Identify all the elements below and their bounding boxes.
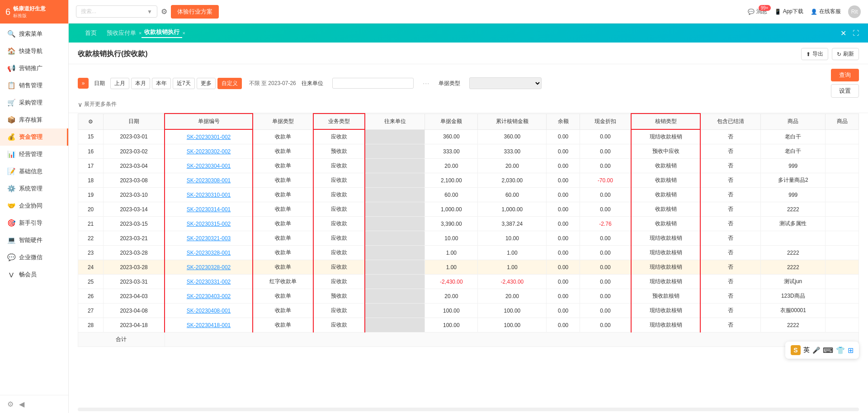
bill-no-link[interactable]: SK-20230315-002	[187, 221, 231, 227]
settings-bottom-icon[interactable]: ⚙	[7, 400, 14, 408]
tab-prepay[interactable]: 预收应付单	[104, 29, 139, 37]
th-date[interactable]: 日期	[104, 114, 165, 129]
bill-no-link[interactable]: SK-20230308-001	[187, 177, 231, 184]
cell-amount: 20.00	[425, 159, 478, 173]
sidebar-item-inventory[interactable]: 📦 库存核算	[0, 111, 68, 128]
expand-more-row[interactable]: ∨ 展开更多条件	[78, 100, 859, 108]
close-window-icon[interactable]: ✕	[840, 29, 846, 38]
th-goods2[interactable]: 商品	[826, 114, 859, 129]
app-download-btn[interactable]: 📱 App下载	[774, 8, 803, 15]
th-bill-type[interactable]: 单据类型	[253, 114, 313, 129]
sidebar-item-basic[interactable]: 📝 基础信息	[0, 163, 68, 180]
cell-bill-no[interactable]: SK-20230408-001	[165, 304, 253, 318]
cell-bill-no[interactable]: SK-20230302-002	[165, 144, 253, 159]
date-btn-this-month[interactable]: 本月	[131, 78, 150, 89]
bill-no-link[interactable]: SK-20230302-002	[187, 148, 231, 155]
bill-no-link[interactable]: SK-20230403-002	[187, 293, 231, 299]
mic-icon[interactable]: 🎤	[812, 347, 820, 354]
sidebar-item-search[interactable]: 🔍 搜索菜单	[0, 25, 68, 43]
refresh-button[interactable]: ↻ 刷新	[832, 48, 859, 60]
sidebar-item-marketing[interactable]: 📢 营销推广	[0, 60, 68, 77]
th-goods[interactable]: 商品	[761, 114, 826, 129]
keyboard-icon[interactable]: ⌨	[823, 346, 833, 355]
bill-no-link[interactable]: SK-20230328-002	[187, 264, 231, 271]
bill-no-link[interactable]: SK-20230331-002	[187, 279, 231, 285]
sidebar-item-finance[interactable]: 💰 资金管理	[0, 128, 68, 146]
cell-bill-no[interactable]: SK-20230418-001	[165, 318, 253, 332]
date-btn-this-year[interactable]: 本年	[152, 78, 171, 89]
cell-bill-no[interactable]: SK-20230403-002	[165, 289, 253, 304]
th-amount[interactable]: 单据金额	[425, 114, 478, 129]
bill-type-select[interactable]	[469, 77, 542, 89]
tab-home[interactable]: 首页	[78, 29, 104, 37]
th-biz-type[interactable]: 业务类型	[313, 114, 365, 129]
header-settings-icon[interactable]: ⚙	[161, 7, 167, 16]
cell-bill-no[interactable]: SK-20230308-001	[165, 173, 253, 188]
cell-amount: 100.00	[425, 304, 478, 318]
sidebar-item-operation[interactable]: 📊 经营管理	[0, 146, 68, 163]
date-btn-7days[interactable]: 近7天	[173, 78, 195, 89]
sidebar-item-member[interactable]: V 畅会员	[0, 266, 68, 283]
bill-no-link[interactable]: SK-20230408-001	[187, 308, 231, 314]
collapse-icon[interactable]: ◀	[19, 400, 24, 408]
tab-collection[interactable]: 收款核销执行	[142, 28, 182, 38]
grid-icon[interactable]: ⊞	[848, 346, 854, 355]
cell-bill-no[interactable]: SK-20230321-003	[165, 231, 253, 246]
date-btn-more[interactable]: 更多	[197, 78, 216, 89]
bill-no-link[interactable]: SK-20230328-001	[187, 250, 231, 256]
export-button[interactable]: ⬆ 导出	[801, 48, 828, 60]
tab-collection-close[interactable]: ×	[182, 30, 185, 36]
date-btn-custom[interactable]: 自定义	[217, 78, 242, 89]
sidebar-item-quicknav[interactable]: 🏠 快捷导航	[0, 43, 68, 60]
date-btn-last-month[interactable]: 上月	[110, 78, 129, 89]
cell-bill-no[interactable]: SK-20230304-001	[165, 159, 253, 173]
bill-no-link[interactable]: SK-20230418-001	[187, 322, 231, 328]
bill-no-link[interactable]: SK-20230321-003	[187, 235, 231, 242]
query-button[interactable]: 查询	[831, 69, 859, 81]
th-accum-cancel[interactable]: 累计核销金额	[478, 114, 547, 129]
maximize-icon[interactable]: ⛶	[853, 29, 859, 37]
cell-bill-no[interactable]: SK-20230328-002	[165, 260, 253, 275]
partner-input[interactable]	[332, 78, 414, 89]
th-settings[interactable]: ⚙	[78, 114, 104, 129]
sidebar-item-company[interactable]: 🤝 企业协同	[0, 197, 68, 214]
tab-prepay-close[interactable]: ×	[139, 30, 142, 36]
search-box[interactable]: 搜索... ▼	[76, 5, 157, 18]
bill-no-link[interactable]: SK-20230310-001	[187, 192, 231, 198]
shirt-icon[interactable]: 👕	[836, 346, 845, 355]
sidebar-item-purchase[interactable]: 🛒 采购管理	[0, 94, 68, 111]
bill-no-link[interactable]: SK-20230304-001	[187, 163, 231, 169]
sidebar-item-wechat[interactable]: 💬 企业微信	[0, 249, 68, 266]
bill-no-link[interactable]: SK-20230301-002	[187, 134, 231, 140]
th-bill-no[interactable]: 单据编号	[165, 114, 253, 129]
cell-bill-no[interactable]: SK-20230314-001	[165, 202, 253, 217]
cell-bill-no[interactable]: SK-20230331-002	[165, 275, 253, 289]
th-include-settled[interactable]: 包含已结清	[700, 114, 760, 129]
filter-settings-button[interactable]: 设置	[831, 84, 859, 98]
bill-no-link[interactable]: SK-20230314-001	[187, 206, 231, 213]
cell-bill-no[interactable]: SK-20230328-001	[165, 246, 253, 260]
horizontal-scrollbar[interactable]	[78, 408, 859, 411]
sidebar-item-system[interactable]: ⚙️ 系统管理	[0, 180, 68, 197]
partner-dots[interactable]: ···	[423, 79, 429, 88]
table-row: 172023-03-04SK-20230304-001收款单应收款███████…	[78, 159, 859, 173]
cell-balance: 0.00	[547, 217, 580, 231]
filter-expand-button[interactable]: »	[78, 78, 89, 89]
cell-bill-no[interactable]: SK-20230301-002	[165, 129, 253, 144]
sidebar-item-hardware[interactable]: 💻 智能硬件	[0, 232, 68, 249]
user-avatar[interactable]: Rit	[848, 5, 861, 18]
sidebar-item-sales[interactable]: 📋 销售管理	[0, 77, 68, 94]
cell-balance: 0.00	[547, 188, 580, 202]
solution-button[interactable]: 体验行业方案	[171, 5, 219, 19]
th-partner[interactable]: 往来单位	[365, 114, 425, 129]
cell-bill-no[interactable]: SK-20230315-002	[165, 217, 253, 231]
th-balance[interactable]: 余额	[547, 114, 580, 129]
cell-bill-no[interactable]: SK-20230310-001	[165, 188, 253, 202]
online-service-btn[interactable]: 👤 在线客服	[811, 8, 841, 15]
th-cash-discount[interactable]: 现金折扣	[580, 114, 631, 129]
search-placeholder: 搜索...	[81, 8, 96, 15]
th-cancel-type[interactable]: 核销类型	[631, 114, 701, 129]
message-badge[interactable]: 💬 消息 99+	[748, 8, 767, 15]
cell-accum-cancel: 10.00	[478, 231, 547, 246]
sidebar-item-guide[interactable]: 🎯 新手引导	[0, 214, 68, 232]
